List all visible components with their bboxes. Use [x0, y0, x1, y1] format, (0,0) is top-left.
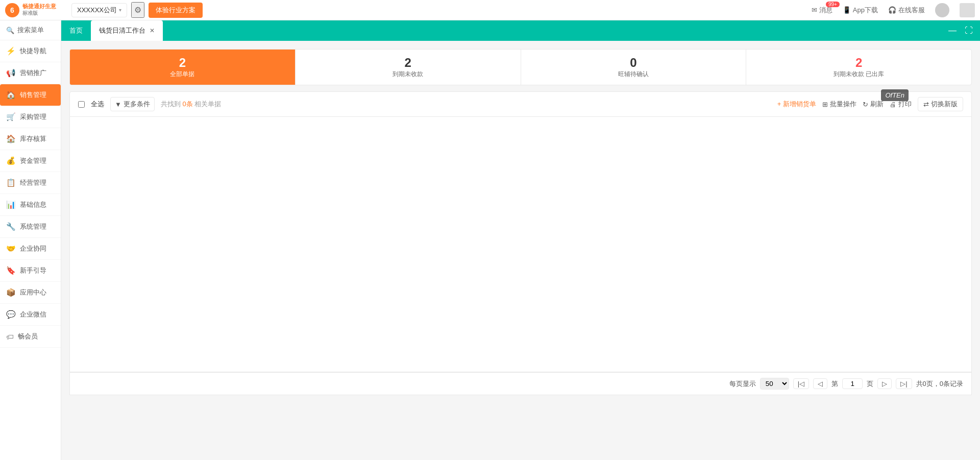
sidebar-item-label: 经营管理 — [20, 178, 46, 187]
select-all-checkbox[interactable] — [78, 101, 85, 108]
switch-label: 切换新版 — [931, 100, 958, 109]
last-page-button[interactable]: ▷| — [896, 378, 912, 389]
user-info-area[interactable] — [960, 3, 975, 17]
app-download-item[interactable]: 📱 App下载 — [843, 6, 878, 15]
company-name: XXXXXX公司 — [77, 6, 117, 15]
pagination: 每页显示 50 100 200 |◁ ◁ 第 页 ▷ ▷| 共0页，0条记录 — [69, 372, 972, 395]
logo-text: 畅捷通好生意 — [22, 3, 56, 10]
stat-num-overdue: 2 — [304, 56, 512, 70]
trial-button[interactable]: 体验行业方案 — [149, 3, 203, 18]
settings-icon-button[interactable]: ⚙ — [131, 2, 144, 18]
basic-info-icon: 📊 — [6, 200, 16, 209]
top-header: 6 畅捷通好生意 标准版 XXXXXX公司 ▾ ⚙ 体验行业方案 ✉ 消息 99… — [0, 0, 980, 20]
page-size-label: 每页显示 — [729, 379, 756, 389]
sidebar-item-inventory[interactable]: 🏠 库存核算 — [0, 128, 61, 150]
sidebar-item-operation[interactable]: 📋 经营管理 — [0, 172, 61, 194]
filter-icon: ▼ — [115, 101, 121, 108]
tab-qhrc[interactable]: 钱货日清工作台 ✕ — [91, 20, 163, 41]
next-page-button[interactable]: ▷ — [877, 378, 892, 389]
guide-icon: 🔖 — [6, 266, 16, 275]
refresh-label: 刷新 — [870, 100, 884, 109]
online-service-item[interactable]: 🎧 在线客服 — [888, 6, 925, 15]
stat-tab-all[interactable]: 2 全部单据 — [70, 50, 296, 85]
batch-icon: ⊞ — [822, 101, 828, 108]
stat-num-all: 2 — [78, 56, 287, 70]
sidebar-item-basic-info[interactable]: 📊 基础信息 — [0, 194, 61, 216]
sidebar-item-label: 快捷导航 — [20, 46, 46, 56]
logo-area: 6 畅捷通好生意 标准版 — [5, 3, 66, 17]
switch-version-button[interactable]: ⇄ 切换新版 — [918, 97, 963, 111]
sidebar-item-label: 企业微信 — [20, 310, 46, 319]
toolbar-right: + 新增销货单 ⊞ 批量操作 ↻ 刷新 🖨 打印 ⇄ 切换新版 — [777, 97, 963, 111]
refresh-icon: ↻ — [863, 101, 868, 108]
sidebar-search[interactable]: 🔍 搜索菜单 — [0, 20, 61, 40]
system-icon: 🔧 — [6, 222, 16, 231]
member-icon: 🏷 — [6, 332, 14, 341]
add-sales-order-button[interactable]: + 新增销货单 — [777, 100, 816, 109]
sidebar-item-label: 新手引导 — [20, 266, 46, 275]
filter-button[interactable]: ▼ 更多条件 — [110, 97, 155, 111]
found-info: 共找到 0条 相关单据 — [161, 100, 221, 109]
page-size-select[interactable]: 50 100 200 — [760, 378, 789, 390]
tab-home[interactable]: 首页 — [61, 20, 91, 41]
sidebar-item-cooperation[interactable]: 🤝 企业协同 — [0, 238, 61, 260]
sidebar: 🔍 搜索菜单 ⚡ 快捷导航 📢 营销推广 🏠 销售管理 🛒 采购管理 🏠 库存核… — [0, 20, 61, 460]
online-service-label: 在线客服 — [898, 6, 925, 15]
sidebar-item-member[interactable]: 🏷 畅会员 — [0, 326, 61, 348]
message-icon: ✉ — [812, 6, 817, 14]
stat-tab-shipped[interactable]: 2 到期未收款 已出库 — [746, 50, 971, 85]
sidebar-item-label: 基础信息 — [20, 200, 46, 209]
sidebar-item-marketing[interactable]: 📢 营销推广 — [0, 62, 61, 84]
sidebar-item-app-center[interactable]: 📦 应用中心 — [0, 282, 61, 304]
tab-minimize-button[interactable]: — — [946, 24, 959, 37]
stat-label-overdue: 到期未收款 — [304, 70, 512, 79]
chevron-down-icon: ▾ — [119, 7, 121, 13]
app-download-label: App下载 — [853, 6, 878, 15]
search-icon: 🔍 — [6, 27, 14, 34]
logo-sub: 标准版 — [22, 10, 56, 17]
often-badge: OfTEn — [881, 89, 909, 101]
operation-icon: 📋 — [6, 178, 16, 187]
found-count: 0条 — [183, 100, 193, 108]
filter-label: 更多条件 — [124, 100, 150, 109]
company-selector[interactable]: XXXXXX公司 ▾ — [71, 3, 127, 17]
sidebar-item-system[interactable]: 🔧 系统管理 — [0, 216, 61, 238]
sidebar-item-label: 采购管理 — [20, 112, 46, 122]
sidebar-item-label: 资金管理 — [20, 156, 46, 165]
stat-tab-pending[interactable]: 0 旺辅待确认 — [521, 50, 747, 85]
batch-operation-button[interactable]: ⊞ 批量操作 — [822, 100, 856, 109]
sidebar-item-label: 畅会员 — [18, 332, 38, 341]
marketing-icon: 📢 — [6, 68, 16, 78]
cooperation-icon: 🤝 — [6, 244, 16, 253]
tab-bar-actions: — ⛶ — [946, 24, 980, 37]
prev-page-button[interactable]: ◁ — [813, 378, 827, 389]
batch-label: 批量操作 — [830, 100, 856, 109]
found-suffix: 相关单据 — [194, 100, 221, 108]
refresh-button[interactable]: ↻ 刷新 — [863, 100, 884, 109]
found-prefix: 共找到 — [161, 100, 181, 108]
stats-tabs: 2 全部单据 2 到期未收款 0 旺辅待确认 2 到期未收款 已出库 — [69, 49, 972, 85]
stat-num-pending: 0 — [529, 56, 738, 70]
stat-tab-overdue[interactable]: 2 到期未收款 — [296, 50, 521, 85]
first-page-button[interactable]: |◁ — [793, 378, 809, 389]
inventory-icon: 🏠 — [6, 134, 16, 143]
sidebar-item-sales[interactable]: 🏠 销售管理 — [0, 84, 61, 106]
page-input[interactable] — [842, 378, 863, 389]
stat-label-pending: 旺辅待确认 — [529, 70, 738, 79]
sidebar-item-wechat[interactable]: 💬 企业微信 — [0, 304, 61, 326]
sidebar-item-purchase[interactable]: 🛒 采购管理 — [0, 106, 61, 128]
sales-icon: 🏠 — [6, 90, 16, 100]
finance-icon: 💰 — [6, 156, 16, 165]
logo-icon: 6 — [5, 3, 19, 17]
sidebar-item-finance[interactable]: 💰 资金管理 — [0, 150, 61, 172]
lightning-icon: ⚡ — [6, 46, 16, 56]
tab-close-icon[interactable]: ✕ — [150, 27, 155, 34]
sidebar-item-guide[interactable]: 🔖 新手引导 — [0, 260, 61, 282]
sidebar-item-label: 系统管理 — [20, 222, 46, 231]
sidebar-item-quick-nav[interactable]: ⚡ 快捷导航 — [0, 40, 61, 62]
sidebar-item-label: 企业协同 — [20, 244, 46, 253]
tab-maximize-button[interactable]: ⛶ — [963, 24, 975, 37]
avatar[interactable] — [935, 3, 949, 17]
message-icon-item[interactable]: ✉ 消息 99+ — [812, 6, 832, 15]
app-download-icon: 📱 — [843, 6, 851, 14]
